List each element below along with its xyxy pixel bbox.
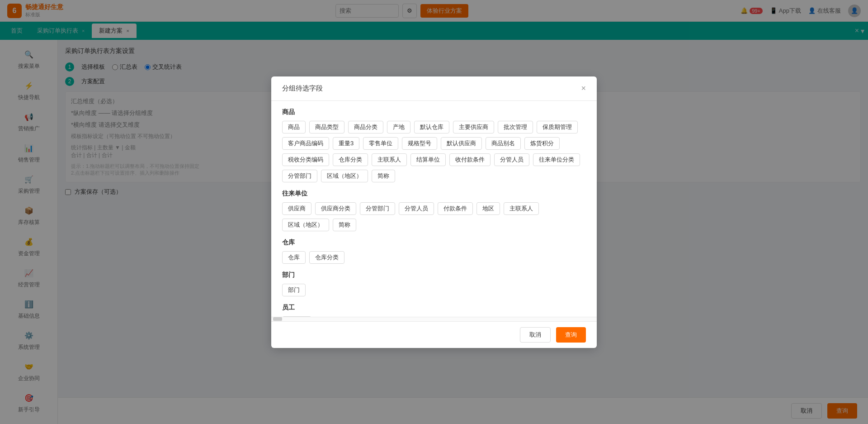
field-tags-goods: 商品商品类型商品分类产地默认仓库主要供应商批次管理保质期管理客户商品编码重量3零… bbox=[282, 121, 586, 182]
field-tag[interactable]: 客户商品编码 bbox=[282, 137, 329, 150]
field-tag[interactable]: 分管人员 bbox=[399, 202, 434, 215]
field-tag[interactable]: 主联系人 bbox=[504, 202, 539, 215]
modal-footer: 取消 查询 bbox=[271, 321, 597, 348]
field-tag[interactable]: 仓库分类 bbox=[333, 153, 368, 166]
field-tag[interactable]: 分管部门 bbox=[282, 170, 317, 182]
field-tag[interactable]: 商品 bbox=[282, 121, 306, 133]
section-goods: 商品商品商品类型商品分类产地默认仓库主要供应商批次管理保质期管理客户商品编码重量… bbox=[282, 108, 586, 182]
modal-close-button[interactable]: × bbox=[581, 84, 586, 93]
field-tag[interactable]: 重量3 bbox=[333, 137, 359, 150]
field-tag[interactable]: 分管部门 bbox=[360, 202, 395, 215]
field-tag[interactable]: 往来单位分类 bbox=[533, 153, 580, 166]
field-tag[interactable]: 保质期管理 bbox=[537, 121, 578, 133]
field-tag[interactable]: 批次管理 bbox=[498, 121, 533, 133]
field-tag[interactable]: 供应商分类 bbox=[315, 202, 356, 215]
field-tag[interactable]: 产地 bbox=[387, 121, 410, 133]
modal-hscroll bbox=[271, 317, 597, 321]
field-tag[interactable]: 地区 bbox=[476, 202, 500, 215]
modal-confirm-button[interactable]: 查询 bbox=[556, 327, 586, 343]
field-tag[interactable]: 简称 bbox=[333, 219, 356, 231]
field-tag[interactable]: 供应商 bbox=[282, 202, 311, 215]
field-select-modal: 分组待选字段 × 商品商品商品类型商品分类产地默认仓库主要供应商批次管理保质期管… bbox=[271, 76, 597, 348]
field-tag[interactable]: 主要供应商 bbox=[453, 121, 494, 133]
modal-body: 商品商品商品类型商品分类产地默认仓库主要供应商批次管理保质期管理客户商品编码重量… bbox=[271, 101, 597, 317]
field-tag[interactable]: 规格型号 bbox=[402, 137, 437, 150]
section-warehouse: 仓库仓库仓库分类 bbox=[282, 238, 586, 264]
modal-overlay: 分组待选字段 × 商品商品商品类型商品分类产地默认仓库主要供应商批次管理保质期管… bbox=[0, 0, 868, 424]
field-tag[interactable]: 简称 bbox=[372, 170, 395, 182]
field-tags-department: 部门 bbox=[282, 284, 586, 296]
field-tag[interactable]: 税收分类编码 bbox=[282, 153, 329, 166]
modal-header: 分组待选字段 × bbox=[271, 76, 597, 101]
field-tag[interactable]: 分管人员 bbox=[494, 153, 529, 166]
field-tag[interactable]: 零售单位 bbox=[363, 137, 398, 150]
section-title-counterparty: 往来单位 bbox=[282, 190, 586, 198]
field-tag[interactable]: 默认供应商 bbox=[441, 137, 482, 150]
field-tag[interactable]: 区域（地区） bbox=[321, 170, 368, 182]
field-tag[interactable]: 默认仓库 bbox=[414, 121, 449, 133]
field-tag[interactable]: 付款条件 bbox=[438, 202, 473, 215]
field-tag[interactable]: 区域（地区） bbox=[282, 219, 329, 231]
section-title-warehouse: 仓库 bbox=[282, 238, 586, 247]
section-employee: 员工业务员 bbox=[282, 304, 586, 317]
field-tag[interactable]: 仓库 bbox=[282, 251, 306, 264]
field-tag[interactable]: 炼货积分 bbox=[524, 137, 560, 150]
field-tag[interactable]: 商品类型 bbox=[309, 121, 344, 133]
section-title-employee: 员工 bbox=[282, 304, 586, 312]
field-tag[interactable]: 部门 bbox=[282, 284, 306, 296]
section-counterparty: 往来单位供应商供应商分类分管部门分管人员付款条件地区主联系人区域（地区）简称 bbox=[282, 190, 586, 231]
field-tag[interactable]: 商品分类 bbox=[348, 121, 383, 133]
field-tag[interactable]: 收付款条件 bbox=[449, 153, 491, 166]
modal-title: 分组待选字段 bbox=[282, 84, 323, 93]
field-tag[interactable]: 仓库分类 bbox=[309, 251, 344, 264]
field-tag[interactable]: 主联系人 bbox=[372, 153, 407, 166]
field-tag[interactable]: 商品别名 bbox=[486, 137, 521, 150]
field-tags-warehouse: 仓库仓库分类 bbox=[282, 251, 586, 264]
hscroll-thumb bbox=[273, 317, 282, 321]
field-tags-counterparty: 供应商供应商分类分管部门分管人员付款条件地区主联系人区域（地区）简称 bbox=[282, 202, 586, 231]
modal-cancel-button[interactable]: 取消 bbox=[520, 327, 551, 343]
section-title-department: 部门 bbox=[282, 271, 586, 279]
section-title-goods: 商品 bbox=[282, 108, 586, 116]
section-department: 部门部门 bbox=[282, 271, 586, 296]
field-tag[interactable]: 结算单位 bbox=[410, 153, 446, 166]
